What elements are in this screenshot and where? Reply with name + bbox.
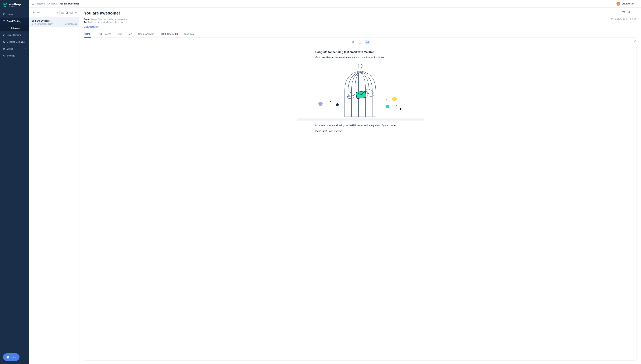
crumb-my-inbox[interactable]: My Inbox [48,2,57,5]
tab-html[interactable]: HTML [84,31,91,38]
divider [297,118,424,120]
device-mobile[interactable] [350,40,356,44]
svg-point-29 [366,88,374,95]
message-subject: You are awesome! [32,20,77,22]
message-age: a month ago [65,23,77,25]
from-value: Magic Elves <from@example.com> [91,18,127,20]
globe-icon [2,40,5,43]
search-input[interactable] [30,10,60,15]
svg-point-9 [76,12,76,13]
cage-illustration [315,62,405,118]
chevron-right-icon [25,34,26,36]
from-label: From: [84,18,90,20]
crumb-sep: › [58,2,58,5]
mail-check-icon [2,20,5,22]
logo-icon [3,2,8,7]
nav-email-testing-label: Email Testing [7,20,22,22]
html-check-badge: 6 [175,33,178,35]
detail-meta: 2024-01-04 14:12, 1.6 KB [611,18,636,24]
delete-icon[interactable] [628,11,631,14]
logo[interactable]: mailtrap by railsware [0,0,29,9]
clear-inbox-icon[interactable] [70,11,73,14]
help-icon [6,355,10,359]
detail-title: You are awesome! [84,11,120,16]
card-icon [2,47,5,50]
nav-settings-label: Settings [7,54,15,57]
forward-icon[interactable] [622,11,625,14]
tab-html-source[interactable]: HTML Source [96,31,112,38]
help-label: Help [12,356,16,358]
nav-billing-label: Billing [7,48,13,50]
svg-point-17 [318,102,322,106]
svg-point-6 [56,12,58,13]
tab-html-check[interactable]: HTML Check6 [160,31,178,38]
to-value: Mailtrap Inbox <to@example.com> [88,21,123,24]
show-headers-link[interactable]: Show Headers [84,26,636,28]
svg-rect-16 [366,41,369,43]
tab-spam[interactable]: Spam Analysis [138,31,154,38]
svg-point-5 [8,356,9,358]
svg-point-3 [4,55,4,56]
svg-point-22 [386,105,389,108]
refresh-icon[interactable] [66,11,68,14]
nav-sending-domains[interactable]: Sending Domains [0,38,29,45]
gear-icon [2,54,5,57]
device-tablet[interactable] [358,40,363,44]
user-name: Example Test [622,2,635,5]
tabs: HTML HTML Source Text Raw Spam Analysis … [84,31,636,38]
to-label: To: [84,21,87,24]
message-detail: You are awesome! From: Magic Elves <from… [80,8,641,364]
svg-point-11 [635,11,635,12]
device-desktop[interactable] [365,40,370,44]
svg-rect-2 [3,48,5,50]
crumb-sep: › [46,2,46,5]
breadcrumb: Inboxes › My Inbox › You are awesome! [37,2,79,5]
svg-point-18 [330,101,332,102]
svg-point-25 [358,64,362,68]
email-preview: Congrats for sending test email with Mai… [84,46,636,360]
svg-point-23 [396,105,397,106]
logo-text: mailtrap [9,2,21,6]
mail-heading: Congrats for sending test email with Mai… [315,50,405,54]
open-external-icon[interactable] [634,40,636,42]
nav-email-testing[interactable]: Email Testing [0,18,29,24]
crumb-inboxes[interactable]: Inboxes [37,2,45,5]
nav-inboxes[interactable]: Inboxes [0,24,29,32]
nav-inboxes-label: Inboxes [11,27,20,29]
message-item[interactable]: You are awesome! to: <to@example.com> a … [29,18,79,27]
nav-sending-domains-label: Sending Domains [7,40,25,43]
gear-icon[interactable] [74,11,78,14]
mark-read-icon[interactable] [61,11,64,14]
topbar: Inboxes › My Inbox › You are awesome! E … [29,0,641,8]
message-to: to: <to@example.com> [32,23,53,25]
user-menu[interactable]: E Example Test [616,2,638,6]
send-icon [2,34,5,36]
crumb-current: You are awesome! [60,2,79,5]
svg-point-12 [635,12,635,12]
mail-line2: Now send your email using our SMTP serve… [315,124,405,127]
chevron-down-icon [636,3,638,5]
chevron-down-icon [25,20,26,22]
home-icon [2,13,5,16]
tab-tech[interactable]: Tech Info [184,31,194,38]
help-button[interactable]: Help [3,353,20,361]
nav-email-sending[interactable]: Email Sending [0,32,29,38]
tab-text[interactable]: Text [117,31,122,38]
svg-point-21 [392,97,397,101]
more-icon[interactable] [634,11,636,14]
search-icon[interactable] [56,12,58,14]
chevron-right-icon [25,55,26,56]
nav-home[interactable]: Home [0,11,29,18]
avatar: E [616,2,620,6]
nav-email-sending-label: Email Sending [7,34,22,36]
mail-line3: Good luck! Hope it works. [315,129,405,133]
nav-home-label: Home [7,13,13,16]
nav-settings[interactable]: Settings [0,52,29,59]
nav-billing[interactable]: Billing [0,45,29,52]
menu-icon[interactable] [32,2,35,5]
message-list: You are awesome! to: <to@example.com> a … [29,8,80,364]
svg-point-20 [386,98,387,100]
tab-raw[interactable]: Raw [128,31,132,38]
svg-point-24 [400,108,402,110]
svg-point-19 [336,103,339,106]
